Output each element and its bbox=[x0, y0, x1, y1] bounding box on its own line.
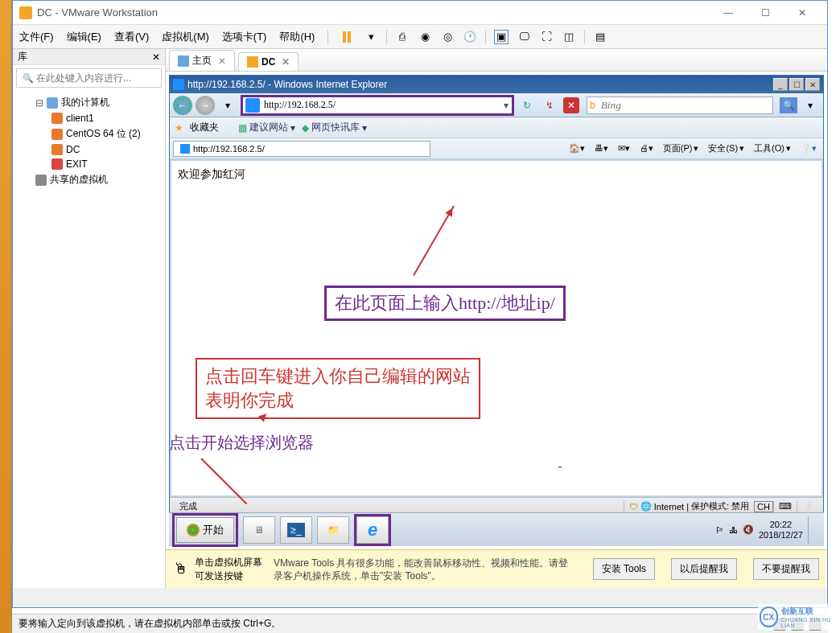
search-button[interactable]: 🔍 bbox=[780, 97, 797, 113]
tree-label-my-computer: 我的计算机 bbox=[61, 96, 109, 109]
tab-home[interactable]: 主页✕ bbox=[169, 50, 235, 71]
suggested-sites-link[interactable]: ▦建议网站 ▾ bbox=[238, 121, 295, 134]
ie-minimize-button[interactable]: _ bbox=[773, 78, 788, 91]
library-close-icon[interactable]: ✕ bbox=[152, 51, 160, 63]
menu-edit[interactable]: 编辑(E) bbox=[67, 30, 101, 44]
maximize-button[interactable]: ☐ bbox=[747, 1, 784, 25]
library-toggle-icon[interactable]: ▤ bbox=[593, 30, 607, 44]
vm-guest-screen[interactable]: http://192.168.2.5/ - Windows Internet E… bbox=[169, 75, 824, 546]
favorites-star-icon[interactable]: ★ bbox=[175, 122, 183, 134]
red-dash: - bbox=[558, 458, 562, 475]
taskbar-server-manager[interactable]: 🖥 bbox=[243, 516, 275, 544]
taskbar-explorer[interactable]: 📁 bbox=[317, 516, 349, 544]
menu-file[interactable]: 文件(F) bbox=[19, 30, 54, 44]
show-desktop-button[interactable] bbox=[808, 516, 816, 544]
tree-item-centos[interactable]: CentOS 64 位 (2) bbox=[16, 125, 162, 142]
command-bar: 🏠▾ 🖶▾ ✉▾ 🖨▾ 页面(P) ▾ 安全(S) ▾ 工具(O) ▾ ❔▾ bbox=[430, 141, 820, 156]
ie-nav-bar: ← → ▾ ▾ ↻ ↯ ✕ b bbox=[170, 93, 823, 117]
ime-indicator[interactable]: CH bbox=[754, 501, 773, 512]
tree-my-computer[interactable]: ⊟ 我的计算机 bbox=[16, 94, 162, 111]
install-tools-button[interactable]: 安装 Tools bbox=[593, 558, 655, 580]
fullscreen-icon[interactable]: ⛶ bbox=[539, 30, 554, 44]
url-dropdown[interactable]: ▾ bbox=[500, 100, 512, 111]
view-stretch-icon[interactable]: ▣ bbox=[494, 30, 509, 44]
tab-dc[interactable]: DC✕ bbox=[238, 52, 299, 71]
separator bbox=[386, 30, 387, 44]
home-split-button[interactable]: 🏠▾ bbox=[566, 142, 588, 155]
taskbar-ie[interactable]: e bbox=[356, 516, 389, 544]
annotation-enter-hint: 点击回车键进入你自己编辑的网站 表明你完成 bbox=[196, 358, 480, 419]
menu-tabs[interactable]: 选项卡(T) bbox=[222, 30, 267, 44]
search-box: b bbox=[587, 97, 773, 114]
help-button[interactable]: ❔▾ bbox=[797, 142, 820, 155]
unity-icon[interactable]: ◫ bbox=[562, 30, 576, 44]
tree-item-dc[interactable]: DC bbox=[16, 142, 162, 157]
ime-icon[interactable]: ⌨ bbox=[773, 501, 797, 512]
ime-help-icon[interactable]: ❔ bbox=[797, 501, 818, 512]
back-button[interactable]: ← bbox=[173, 96, 192, 115]
vmware-workstation-window: DC - VMware Workstation — ☐ ✕ 文件(F) 编辑(E… bbox=[12, 0, 828, 608]
tray-clock[interactable]: 20:22 2018/12/27 bbox=[759, 520, 803, 541]
start-button[interactable]: 开始 bbox=[176, 517, 234, 543]
mail-button[interactable]: ✉▾ bbox=[615, 142, 633, 155]
tools-menu[interactable]: 工具(O) ▾ bbox=[751, 141, 794, 156]
ie-page-tab[interactable]: http://192.168.2.5/ bbox=[173, 141, 430, 157]
snapshot-manager-icon[interactable]: ◎ bbox=[440, 30, 455, 44]
start-button-highlight: 开始 bbox=[172, 513, 238, 547]
tree-item-exit[interactable]: EXIT bbox=[16, 157, 162, 171]
minimize-button[interactable]: — bbox=[710, 1, 747, 25]
tray-sound-icon[interactable]: 🔇 bbox=[743, 524, 754, 535]
search-input[interactable] bbox=[598, 97, 772, 113]
pause-vm-button[interactable] bbox=[341, 30, 356, 44]
safety-menu[interactable]: 安全(S) ▾ bbox=[705, 141, 747, 156]
library-header: 库 ✕ bbox=[13, 49, 165, 65]
menu-help[interactable]: 帮助(H) bbox=[279, 30, 315, 44]
toolbar-dropdown[interactable]: ▾ bbox=[364, 30, 378, 44]
tab-strip: 主页✕ DC✕ bbox=[166, 49, 827, 72]
ie-maximize-button[interactable]: ☐ bbox=[789, 78, 804, 91]
menu-vm[interactable]: 虚拟机(M) bbox=[162, 30, 209, 44]
close-button[interactable]: ✕ bbox=[784, 1, 821, 25]
stop-button[interactable]: ↯ bbox=[541, 97, 558, 114]
forward-button[interactable]: → bbox=[196, 96, 215, 115]
ie-icon bbox=[173, 79, 184, 90]
menu-view[interactable]: 查看(V) bbox=[114, 30, 149, 44]
view-monitor-icon[interactable]: 🖵 bbox=[517, 30, 531, 44]
taskbar-powershell[interactable]: ≥_ bbox=[280, 516, 312, 544]
tray-flag-icon[interactable]: 🏳 bbox=[715, 525, 724, 535]
ie-close-button[interactable]: ✕ bbox=[805, 78, 820, 91]
tab-close-icon[interactable]: ✕ bbox=[218, 55, 226, 67]
server-icon: 🖥 bbox=[254, 524, 264, 536]
site-icon: ▦ bbox=[238, 122, 247, 134]
mouse-icon: 🖱 bbox=[174, 561, 188, 578]
library-search-input[interactable] bbox=[16, 68, 162, 88]
stop-loading-button[interactable]: ✕ bbox=[563, 97, 579, 113]
snapshot-icon[interactable]: ◉ bbox=[418, 30, 432, 44]
ie-icon bbox=[180, 144, 190, 154]
remind-later-button[interactable]: 以后提醒我 bbox=[671, 558, 737, 580]
start-label: 开始 bbox=[203, 523, 224, 537]
print-button[interactable]: 🖨▾ bbox=[636, 142, 657, 155]
window-title: DC - VMware Workstation bbox=[37, 6, 710, 18]
url-input[interactable] bbox=[262, 97, 500, 113]
page-body-text: 欢迎参加红河 bbox=[178, 167, 815, 182]
address-bar: ▾ bbox=[241, 95, 514, 116]
banner-hint: 🖱 单击虚拟机屏幕 可发送按键 bbox=[174, 556, 262, 583]
feeds-button[interactable]: 🖶▾ bbox=[591, 142, 611, 155]
go-button[interactable]: ↻ bbox=[518, 97, 536, 114]
library-title: 库 bbox=[18, 50, 27, 64]
send-keys-icon[interactable]: ⎙ bbox=[395, 30, 410, 44]
tab-close-icon[interactable]: ✕ bbox=[282, 56, 290, 68]
tree-item-client1[interactable]: client1 bbox=[16, 111, 162, 125]
favorites-label[interactable]: 收藏夹 bbox=[190, 121, 219, 134]
annotation-start-hint: 点击开始选择浏览器 bbox=[169, 432, 314, 454]
clock-icon[interactable]: 🕐 bbox=[463, 30, 477, 44]
page-menu[interactable]: 页面(P) ▾ bbox=[660, 141, 702, 156]
never-remind-button[interactable]: 不要提醒我 bbox=[753, 558, 819, 580]
tray-network-icon[interactable]: 🖧 bbox=[729, 525, 738, 535]
search-dropdown[interactable]: ▾ bbox=[801, 97, 819, 114]
tree-shared-vms[interactable]: 共享的虚拟机 bbox=[16, 171, 162, 188]
nav-dropdown[interactable]: ▾ bbox=[219, 97, 237, 114]
web-slice-link[interactable]: ◆网页快讯库 ▾ bbox=[302, 121, 367, 134]
globe-icon: 🌐 bbox=[640, 501, 652, 512]
